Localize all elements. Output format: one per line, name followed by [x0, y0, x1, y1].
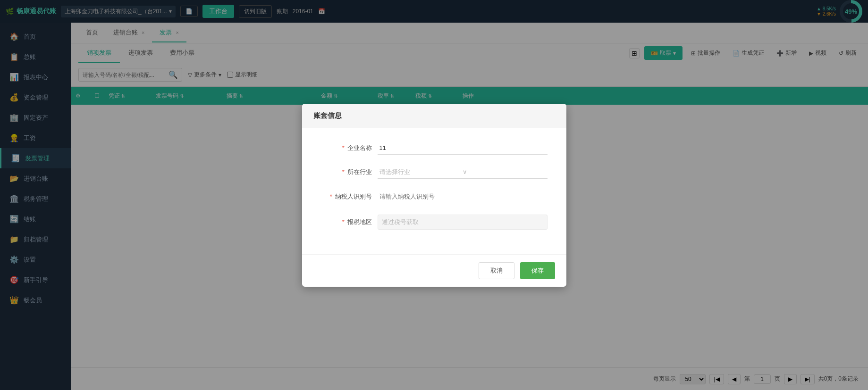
industry-select[interactable]: 请选择行业 ∨: [378, 166, 548, 179]
form-label-tax-region: * 报税地区: [321, 218, 378, 226]
company-name-input[interactable]: [378, 141, 548, 155]
form-label-industry: * 所在行业: [321, 168, 378, 176]
form-label-tax-id: * 纳税人识别号: [321, 192, 378, 201]
save-button[interactable]: 保存: [520, 262, 555, 279]
form-row-tax-id: * 纳税人识别号: [321, 190, 548, 203]
account-info-dialog: 账套信息 * 企业名称 * 所在行业 请选择行业 ∨: [302, 104, 566, 287]
dropdown-icon: ∨: [463, 168, 546, 175]
dialog-footer: 取消 保存: [302, 254, 566, 287]
cancel-button[interactable]: 取消: [479, 262, 514, 279]
tax-region-field: 通过税号获取: [378, 215, 548, 230]
form-row-tax-region: * 报税地区 通过税号获取: [321, 215, 548, 230]
modal-overlay[interactable]: 账套信息 * 企业名称 * 所在行业 请选择行业 ∨: [0, 0, 868, 390]
tax-id-input[interactable]: [378, 190, 548, 203]
form-label-company-name: * 企业名称: [321, 144, 378, 152]
form-row-industry: * 所在行业 请选择行业 ∨: [321, 166, 548, 179]
form-row-company-name: * 企业名称: [321, 141, 548, 155]
dialog-header: 账套信息: [302, 104, 566, 128]
dialog-body: * 企业名称 * 所在行业 请选择行业 ∨ *: [302, 128, 566, 254]
dialog-title: 账套信息: [313, 111, 342, 119]
